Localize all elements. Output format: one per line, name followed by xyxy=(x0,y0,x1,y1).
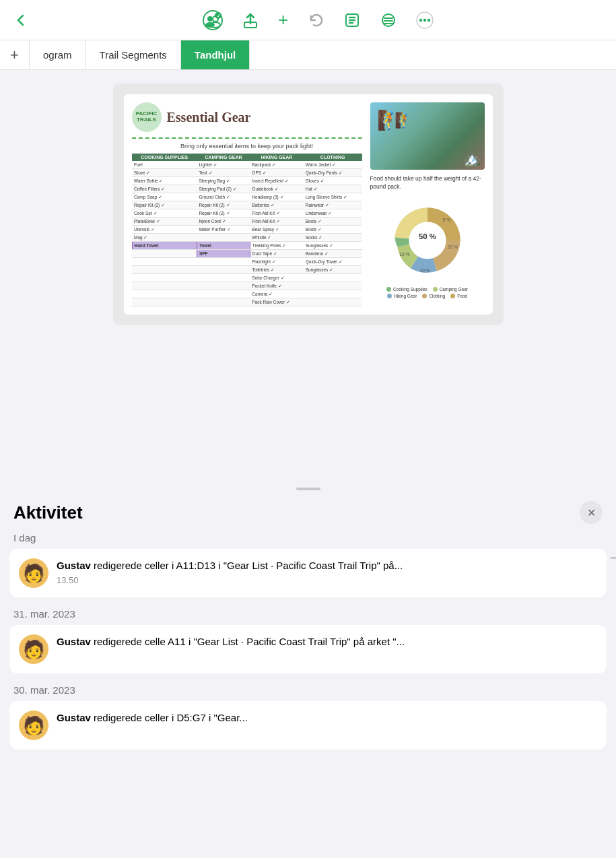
table-cell: Backpack ✓ xyxy=(250,161,303,169)
table-cell: Sleeping Bag ✓ xyxy=(197,177,250,185)
activity-text-1: Gustav redigerede celler i A11:D13 i "Ge… xyxy=(57,558,589,587)
table-cell: Water Purifier ✓ xyxy=(197,226,250,234)
search-button[interactable] xyxy=(377,9,400,32)
time-1: 13.50 xyxy=(57,574,589,587)
tab-tandhjul[interactable]: Tandhjul xyxy=(181,40,250,69)
user-3: Gustav xyxy=(57,712,91,723)
table-cell: Long Sleeve Shirts ✓ xyxy=(304,193,362,201)
table-cell xyxy=(197,298,250,306)
table-row: Camp Soap ✓Ground Cloth ✓Headlamp (3) ✓L… xyxy=(132,193,362,201)
table-cell: Toiletries ✓ xyxy=(250,266,303,274)
table-row: Pocket Knife ✓ xyxy=(132,282,362,290)
table-row: Stove ✓Tent ✓GPS ✓Quick-Dry Pants ✓ xyxy=(132,169,362,177)
table-cell: Whistle ✓ xyxy=(250,234,303,242)
tabs: + ogram Trail Segments Tandhjul xyxy=(0,40,616,70)
table-row: Plate/Bowl ✓Nylon Cord ✓First-Aid Kit ✓B… xyxy=(132,218,362,226)
pie-legend: Cooking SuppliesCamping GearHiking GearC… xyxy=(370,287,485,298)
share-button[interactable] xyxy=(239,9,262,32)
table-row: Hand TowelTowelTrekking Poles ✓Sunglasse… xyxy=(132,242,362,250)
table-cell: Insect Repellent ✓ xyxy=(250,177,303,185)
activity-header: Aktivitet ✕ xyxy=(0,490,616,529)
sheet-title: Essential Gear xyxy=(167,110,251,125)
table-cell: Pack Rain Cover ✓ xyxy=(250,298,303,306)
add-button[interactable]: + xyxy=(275,7,291,33)
sheet-right: 🧗 🧗 Food should take up half the weight … xyxy=(370,102,485,306)
back-button[interactable] xyxy=(11,10,31,30)
table-cell xyxy=(304,274,362,282)
table-cell xyxy=(197,234,250,242)
gear-table: COOKING SUPPLIES CAMPING GEAR HIKING GEA… xyxy=(132,154,362,306)
table-cell: Flashlight ✓ xyxy=(250,258,303,266)
table-cell: Stove ✓ xyxy=(132,169,197,177)
activity-text-3: Gustav redigerede celler i D5:G7 i "Gear… xyxy=(57,711,597,727)
table-cell: Coffee Filters ✓ xyxy=(132,185,197,193)
avatar-2: 🧑 xyxy=(19,634,48,664)
svg-text:10 %: 10 % xyxy=(419,268,430,273)
toolbar-center: ✓ + xyxy=(200,7,436,33)
annotate-button[interactable] xyxy=(341,9,364,32)
table-cell: Sunglasses ✓ xyxy=(304,242,362,250)
table-cell xyxy=(132,258,197,266)
tab-trail-segments[interactable]: Trail Segments xyxy=(86,40,181,69)
table-cell: Warm Jacket ✓ xyxy=(304,161,362,169)
table-cell xyxy=(132,282,197,290)
table-cell: Ground Cloth ✓ xyxy=(197,193,250,201)
table-cell: Solar Charger ✓ xyxy=(250,274,303,282)
activity-item-1[interactable]: 🧑 Gustav redigerede celler i A11:D13 i "… xyxy=(9,549,607,597)
table-row: Cook Set ✓Repair Kit (2) ✓First-Aid Kit … xyxy=(132,209,362,218)
table-cell: Towel xyxy=(197,242,250,250)
pie-container: 50 % 5 % 10 % 10 % 10 % Cooking Supplies… xyxy=(370,197,485,298)
svg-point-20 xyxy=(409,222,446,259)
table-row: Repair Kit (2) ✓Repair Kit (2) ✓Batterie… xyxy=(132,201,362,209)
table-cell xyxy=(304,298,362,306)
table-cell xyxy=(197,290,250,298)
legend-item: Food xyxy=(450,294,467,298)
table-cell: First-Aid Kit ✓ xyxy=(250,209,303,218)
table-cell xyxy=(304,282,362,290)
table-cell: Camp Soap ✓ xyxy=(132,193,197,201)
table-cell: Camera ✓ xyxy=(250,290,303,298)
activity-text-2: Gustav redigerede celle A11 i "Gear List… xyxy=(57,634,597,651)
table-cell xyxy=(132,298,197,306)
svg-text:5 %: 5 % xyxy=(442,217,450,222)
table-cell: Trekking Poles ✓ xyxy=(250,242,303,250)
legend-label: Cooking Supplies xyxy=(393,287,427,292)
add-tab-button[interactable]: + xyxy=(0,40,30,69)
close-activity-button[interactable]: ✕ xyxy=(580,501,603,524)
svg-point-16 xyxy=(419,18,422,21)
table-cell: Mug ✓ xyxy=(132,234,197,242)
toolbar-left xyxy=(11,10,31,30)
table-cell: Bear Spray ✓ xyxy=(250,226,303,234)
tab-program[interactable]: ogram xyxy=(30,40,86,69)
tooltip: Tryk for at markere ændringer. xyxy=(611,545,616,571)
table-cell: Gloves ✓ xyxy=(304,177,362,185)
sheet-header: PACIFICTRAILS Essential Gear xyxy=(132,102,362,132)
more-button[interactable] xyxy=(413,9,436,32)
table-cell xyxy=(197,258,250,266)
activity-item-2[interactable]: 🧑 Gustav redigerede celle A11 i "Gear Li… xyxy=(9,625,607,673)
collab-button[interactable]: ✓ xyxy=(200,7,226,33)
table-row: Camera ✓ xyxy=(132,290,362,298)
col-cooking: COOKING SUPPLIES xyxy=(132,154,197,161)
table-cell: Sleeping Pad (2) ✓ xyxy=(197,185,250,193)
legend-dot xyxy=(386,287,391,292)
legend-dot xyxy=(422,294,427,298)
col-clothing: CLOTHING xyxy=(304,154,362,161)
table-cell: Boots ✓ xyxy=(304,218,362,226)
undo-button[interactable] xyxy=(304,9,327,32)
activity-panel: Aktivitet ✕ I dag 🧑 Gustav redigerede ce… xyxy=(0,488,616,750)
pie-chart: 50 % 5 % 10 % 10 % 10 % xyxy=(384,197,471,284)
table-cell: Lighter ✓ xyxy=(197,161,250,169)
table-cell: Fuel xyxy=(132,161,197,169)
table-cell xyxy=(197,266,250,274)
toolbar: ✓ + xyxy=(0,0,616,40)
table-cell: Quick-Dry Pants ✓ xyxy=(304,169,362,177)
activity-item-3[interactable]: 🧑 Gustav redigerede celler i D5:G7 i "Ge… xyxy=(9,701,607,750)
svg-point-1 xyxy=(207,16,213,22)
action-1: redigerede celler i A11:D13 i "Gear List… xyxy=(94,560,403,571)
avatar-1: 🧑 xyxy=(19,558,48,588)
col-hiking: HIKING GEAR xyxy=(250,154,303,161)
action-3: redigerede celler i D5:G7 i "Gear... xyxy=(94,712,248,723)
table-row: Flashlight ✓Quick-Dry Towel ✓ xyxy=(132,258,362,266)
sheet-card: PACIFICTRAILS Essential Gear Bring only … xyxy=(113,84,504,325)
